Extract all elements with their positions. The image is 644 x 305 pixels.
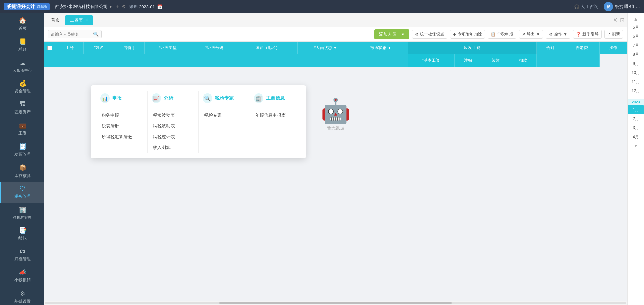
operation-icon: ⚙ [549,32,553,37]
dp-item-tax-stats[interactable]: 纳税统计表 [152,131,194,142]
dp-item-income-calc[interactable]: 收入测算 [152,142,194,153]
select-all-checkbox[interactable] [47,46,52,50]
user-avatar-button[interactable]: 畅 畅捷通B组… [604,2,640,11]
rp-month-12[interactable]: 12月 [628,86,644,96]
th-person-status: *人员状态 ▼ [297,42,354,54]
sidebar-item-inventory[interactable]: 📦 库存核算 [0,161,44,182]
dp-header-biz-info: 🏢 工商信息 [254,91,297,107]
sidebar-item-cloud[interactable]: ☁ 云报表中心 [0,56,44,76]
rp-nav-down[interactable]: ▼ [632,142,640,150]
app-logo: 畅捷通好会计 旗舰版 [4,3,50,10]
payroll-icon: 💼 [19,122,26,129]
th-payroll-group: 应发工资 [408,42,537,54]
tab-close-icon[interactable]: ✕ [85,18,88,22]
search-input[interactable] [51,32,91,37]
rp-month-10[interactable]: 10月 [628,68,644,77]
rp-month-11[interactable]: 11月 [628,77,644,86]
special-deduction-icon: ✚ [453,32,456,37]
dp-item-tax-payment[interactable]: 纳税波动表 [152,121,194,131]
sidebar-item-ledger[interactable]: 📒 总账 [0,35,44,56]
th-total: 合计 [537,42,564,54]
th-id-number: *证照号码 [191,42,238,54]
rp-month-6[interactable]: 6月 [628,32,644,41]
table-scroll[interactable]: 工号 *姓名 *部门 *证照类型 *证照号码 国籍（地区） *人员状态 ▼ 报送… [44,42,627,301]
refresh-button[interactable]: ↺ 刷新 [604,30,623,39]
tab-home[interactable]: 首页 [46,15,65,25]
th-allowance: 津贴 [454,54,482,67]
dp-item-annual-report[interactable]: 年报信息申报表 [254,110,297,121]
scrollbar-thumb[interactable] [219,302,452,304]
company-dropdown-arrow: ▼ [109,5,112,9]
tax-icon: 🛡 [20,185,26,192]
sidebar-item-multi-org[interactable]: 🏢 多机构管理 [0,203,44,223]
sidebar-label-multi-org: 多机构管理 [13,215,32,220]
human-service-label: 人工咨询 [581,4,598,10]
right-panel: ▲ 5月 6月 7月 8月 9月 10月 11月 12月 2023 1月 2月 … [627,13,644,305]
sidebar-item-tax[interactable]: 🛡 税务管理 [0,182,44,203]
rp-month-9[interactable]: 9月 [628,59,644,68]
rp-month-1[interactable]: 1月 [628,105,644,114]
sidebar-item-settings[interactable]: ⚙ 基础设置 [0,287,44,305]
add-person-button[interactable]: 添加人员 ▼ [374,29,409,39]
window-maximize-icon[interactable]: ⊡ [620,17,624,23]
tab-payroll[interactable]: 工资表 ✕ [65,15,93,25]
rp-month-8[interactable]: 8月 [628,50,644,59]
th-spacer [44,54,408,67]
sidebar-label-tax: 税务管理 [14,194,31,199]
invoice-icon: 🧾 [19,143,26,150]
dp-col-analysis: 📈 分析 税负波动表 纳税波动表 纳税统计表 收入测算 [147,91,198,153]
sidebar-label-fixed-assets: 固定资产 [14,109,31,115]
guide-toolbar-icon: ❓ [576,32,581,37]
dp-analysis-title: 分析 [164,95,173,101]
operation-label: 操作 [554,31,562,37]
dp-item-tax-expert[interactable]: 税检专家 [203,110,245,121]
rp-month-4[interactable]: 4月 [628,132,644,142]
special-deduction-button[interactable]: ✚ 专项附加扣除 [450,30,485,39]
company-selector[interactable]: 西安虾米网络科技有限公司 ▼ [55,4,112,10]
dp-declaration-title: 申报 [112,95,122,101]
th-checkbox [44,42,56,54]
main-layout: 🏠 首页 📒 总账 ☁ 云报表中心 💰 资金管理 🏗 固定资产 💼 工资 🧾 发… [0,13,644,305]
social-insurance-button[interactable]: ⚙ 统一社保设置 [412,30,447,39]
tax-declaration-button[interactable]: 📋 个税申报 [488,30,516,39]
dp-item-income-tax-clearance[interactable]: 所得税汇算清缴 [100,131,143,142]
rp-month-3[interactable]: 3月 [628,123,644,132]
operation-button[interactable]: ⚙ 操作 ▼ [546,30,570,39]
period-edit-icon[interactable]: 📅 [157,4,162,9]
settings-icon[interactable]: ⚙ [122,4,126,9]
rp-month-2[interactable]: 2月 [628,114,644,123]
sidebar-label-archive: 归档管理 [14,256,31,262]
dp-item-tax-table[interactable]: 税表清册 [100,121,143,131]
sidebar-item-payroll[interactable]: 💼 工资 [0,118,44,140]
human-service-button[interactable]: 🎧 人工咨询 [574,4,598,10]
sidebar-item-home[interactable]: 🏠 首页 [0,13,44,35]
rp-month-7[interactable]: 7月 [628,41,644,50]
dp-item-tax-burden[interactable]: 税负波动表 [152,110,194,121]
window-close-icon[interactable]: ✕ [613,17,617,23]
cloud-icon: ☁ [20,59,26,67]
expense-icon: 📣 [19,269,26,276]
horizontal-scrollbar[interactable] [44,301,627,305]
sidebar-label-payroll: 工资 [18,130,27,136]
dp-biz-info-title: 工商信息 [266,95,285,101]
sidebar-item-expense[interactable]: 📣 小畅报销 [0,265,44,287]
add-company-button[interactable]: ＋ [115,3,120,10]
user-name: 畅捷通B组… [615,4,640,10]
guide-button[interactable]: ❓ 新手引导 [573,30,602,39]
sidebar-label-invoice: 发票管理 [14,152,31,157]
export-button[interactable]: ↗ 导出 ▼ [519,30,543,39]
archive-icon: 🗂 [20,248,26,255]
sidebar-item-fixed-assets[interactable]: 🏗 固定资产 [0,98,44,118]
rp-separator [629,97,642,97]
sidebar-item-archive[interactable]: 🗂 归档管理 [0,244,44,265]
empty-text: 暂无数据 [327,125,344,131]
dp-item-tax-declaration[interactable]: 税务申报 [100,110,143,121]
sidebar-item-close-period[interactable]: 📑 结账 [0,223,44,244]
rp-month-5[interactable]: 5月 [628,23,644,32]
export-icon: ↗ [522,32,525,37]
sidebar-item-invoice[interactable]: 🧾 发票管理 [0,140,44,161]
search-icon: 🔍 [93,32,99,37]
th-deduction: 扣款 [509,54,537,67]
rp-nav-up[interactable]: ▲ [632,15,640,23]
sidebar-item-funds[interactable]: 💰 资金管理 [0,76,44,98]
